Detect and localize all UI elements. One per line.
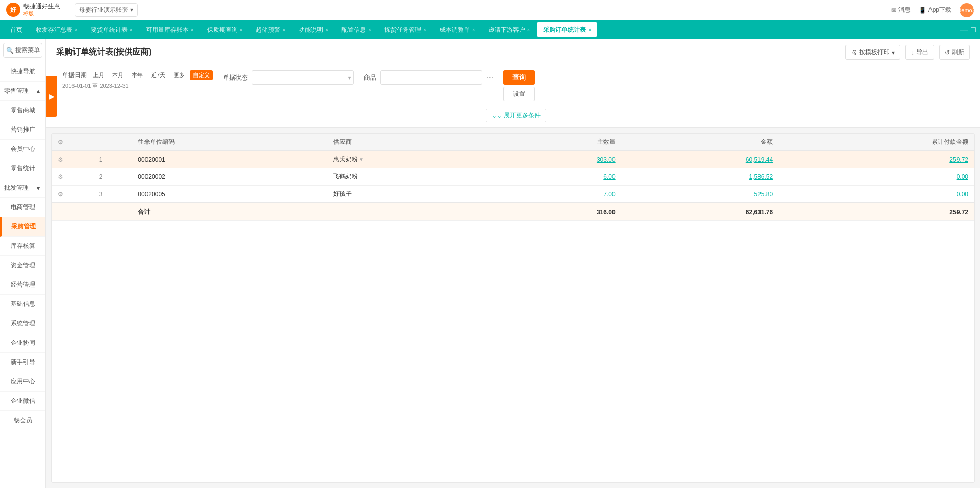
inventory-mgr-label: 库存核算: [11, 242, 35, 249]
row-settings-icon[interactable]: ⚙: [58, 191, 63, 198]
tab-expiry[interactable]: 保质期查询 ×: [201, 22, 249, 37]
filter-main: 单据日期 上月 本月 本年 近7天 更多 自定义 2016: [62, 70, 970, 122]
sidebar-item-enterprise[interactable]: 企业协同: [0, 333, 45, 353]
sidebar-item-quick-nav[interactable]: 快捷导航: [0, 62, 45, 82]
query-button[interactable]: 查询: [503, 70, 535, 85]
shortcut-this-month[interactable]: 本月: [109, 70, 127, 80]
sidebar-item-newbie[interactable]: 新手引导: [0, 353, 45, 372]
sidebar-item-wholesale[interactable]: 批发管理 ▼: [0, 178, 45, 198]
page-header: 采购订单统计表(按供应商) 🖨 按模板打印 ▾ ↓ 导出 ↺ 刷新: [46, 39, 980, 65]
tab-goods-stat[interactable]: 要货单统计表 ×: [85, 22, 139, 37]
nav-maximize-icon[interactable]: □: [971, 25, 976, 34]
shortcut-7days[interactable]: 近7天: [148, 70, 168, 80]
tab-cost-close[interactable]: ×: [472, 27, 475, 33]
row-qty[interactable]: 7.00: [498, 186, 622, 203]
tab-collect[interactable]: 收发存汇总表 ×: [30, 22, 84, 37]
more-options-icon[interactable]: ···: [486, 73, 493, 82]
row-supplier: 惠氏奶粉▼: [327, 151, 498, 168]
export-button[interactable]: ↓ 导出: [905, 45, 934, 60]
avatar[interactable]: demo2: [960, 3, 974, 17]
row-settings-icon[interactable]: ⚙: [58, 173, 63, 181]
shortcut-this-year[interactable]: 本年: [129, 70, 146, 80]
search-icon: 🔍: [6, 47, 14, 54]
tab-purchase-stat[interactable]: 采购订单统计表 ×: [537, 22, 597, 37]
row-amount[interactable]: 1,586.52: [622, 168, 779, 186]
sidebar-item-app-center[interactable]: 应用中心: [0, 372, 45, 392]
goods-input[interactable]: [380, 70, 482, 85]
row-paid[interactable]: 0.00: [779, 168, 974, 186]
expand-row-icon[interactable]: ▼: [359, 157, 364, 162]
ecommerce-label: 电商管理: [11, 203, 35, 211]
tab-overstock[interactable]: 超储预警 ×: [250, 22, 291, 37]
col-qty-label: 主数量: [597, 138, 616, 145]
tab-home[interactable]: 首页: [4, 22, 29, 37]
tab-func[interactable]: 功能说明 ×: [292, 22, 334, 37]
sidebar-item-member2[interactable]: 畅会员: [0, 411, 45, 430]
sidebar-item-retail-stat[interactable]: 零售统计: [0, 159, 45, 178]
footer-qty-cell: 316.00: [498, 203, 622, 221]
status-select[interactable]: [252, 70, 354, 85]
quick-nav-label: 快捷导航: [11, 68, 35, 75]
template-print-button[interactable]: 🖨 按模板打印 ▾: [845, 45, 900, 60]
sidebar-item-finance[interactable]: 资金管理: [0, 256, 45, 275]
nav-minimize-icon[interactable]: —: [960, 25, 968, 34]
col-qty: 主数量: [498, 134, 622, 151]
row-qty[interactable]: 6.00: [498, 168, 622, 186]
tab-inventory[interactable]: 可用量库存账本 ×: [140, 22, 200, 37]
logo-text: 畅捷通好生意: [23, 3, 60, 10]
sidebar-item-wechat-biz[interactable]: 企业微信: [0, 392, 45, 411]
expand-more-button[interactable]: ⌄⌄ 展开更多条件: [486, 109, 546, 122]
search-menu-button[interactable]: 🔍 搜索菜单: [3, 43, 42, 58]
tab-invite[interactable]: 邀请下游客户 ×: [482, 22, 536, 37]
tab-invite-close[interactable]: ×: [527, 27, 530, 33]
row-amount[interactable]: 525.80: [622, 186, 779, 203]
sidebar-item-inventory-mgr[interactable]: 库存核算: [0, 237, 45, 256]
tab-inventory-label: 可用量库存账本: [146, 25, 189, 34]
column-settings-icon[interactable]: ⚙: [58, 139, 63, 146]
tab-inventory-close[interactable]: ×: [191, 27, 194, 33]
message-action[interactable]: ✉ 消息: [891, 6, 911, 14]
sidebar-item-operation[interactable]: 经营管理: [0, 275, 45, 295]
row-paid[interactable]: 0.00: [779, 186, 974, 203]
tab-purchase-stat-close[interactable]: ×: [588, 27, 591, 33]
sidebar-item-member[interactable]: 会员中心: [0, 140, 45, 159]
tab-config[interactable]: 配置信息 ×: [335, 22, 377, 37]
row-settings-cell: ⚙: [52, 186, 69, 203]
sidebar-item-marketing[interactable]: 营销推广: [0, 120, 45, 140]
sidebar-item-ecommerce[interactable]: 电商管理: [0, 198, 45, 217]
shortcut-more[interactable]: 更多: [170, 70, 188, 80]
row-seq: 2: [69, 168, 132, 186]
row-paid[interactable]: 259.72: [779, 151, 974, 168]
sidebar-item-retail-mall[interactable]: 零售商城: [0, 101, 45, 120]
refresh-button[interactable]: ↺ 刷新: [939, 45, 970, 60]
settings-button[interactable]: 设置: [503, 87, 535, 101]
tab-collect-close[interactable]: ×: [75, 27, 78, 33]
app-download-action[interactable]: 📱 App下载: [919, 6, 951, 14]
sidebar-item-system[interactable]: 系统管理: [0, 314, 45, 333]
row-settings-icon[interactable]: ⚙: [58, 156, 63, 163]
footer-label: 合计: [138, 208, 150, 215]
account-selector[interactable]: 母婴行业演示账套 ▾: [75, 3, 138, 17]
sidebar-item-purchase[interactable]: 采购管理: [0, 217, 45, 237]
tab-goods-stat-close[interactable]: ×: [130, 27, 133, 33]
tab-overstock-close[interactable]: ×: [282, 27, 285, 33]
tab-pick[interactable]: 拣货任务管理 ×: [378, 22, 432, 37]
filter-date-group: 单据日期 上月 本月 本年 近7天 更多 自定义 2016: [62, 70, 213, 90]
filter-expand-toggle[interactable]: ▶: [46, 76, 57, 117]
row-qty[interactable]: 303.00: [498, 151, 622, 168]
sidebar: 🔍 搜索菜单 快捷导航 零售管理 ▲ 零售商城 营销推广 会员中心 零售统计 批…: [0, 39, 46, 488]
shortcut-last-month[interactable]: 上月: [90, 70, 107, 80]
shortcut-custom[interactable]: 自定义: [190, 70, 213, 80]
tab-config-close[interactable]: ×: [368, 27, 371, 33]
row-amount[interactable]: 60,519.44: [622, 151, 779, 168]
print-icon: 🖨: [851, 49, 857, 56]
sidebar-item-basic[interactable]: 基础信息: [0, 295, 45, 314]
wechat-biz-label: 企业微信: [11, 397, 35, 404]
basic-label: 基础信息: [11, 300, 35, 307]
tab-expiry-close[interactable]: ×: [240, 27, 243, 33]
sidebar-item-retail[interactable]: 零售管理 ▲: [0, 82, 45, 101]
tab-pick-close[interactable]: ×: [423, 27, 426, 33]
expand-more-label: 展开更多条件: [504, 111, 541, 120]
tab-func-close[interactable]: ×: [325, 27, 328, 33]
tab-cost[interactable]: 成本调整单 ×: [433, 22, 481, 37]
